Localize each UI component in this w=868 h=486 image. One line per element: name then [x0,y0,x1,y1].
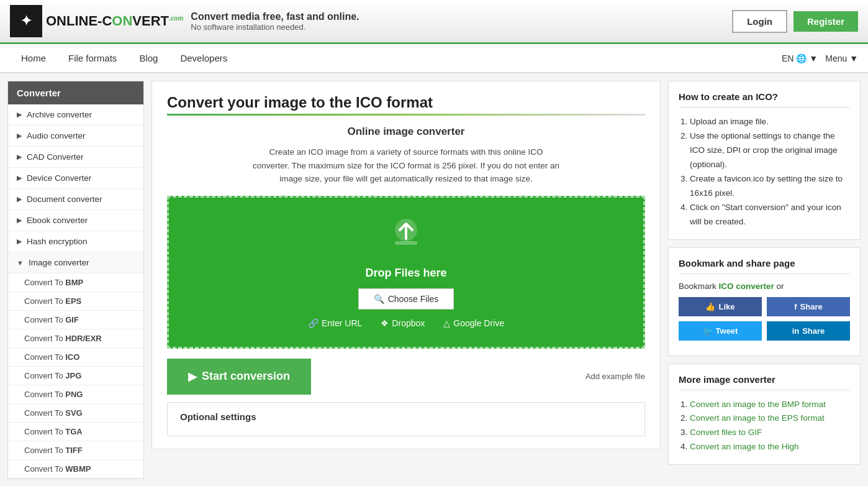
sidebar-subitem-svg[interactable]: Convert To SVG [8,404,143,423]
how-to-step: Create a favicon.ico by setting the size… [690,172,850,201]
drop-links: 🔗 Enter URL ❖ Dropbox △ Google Drive [181,318,631,328]
sidebar-item-document[interactable]: ▶ Document converter [8,189,143,210]
google-drive-icon: △ [443,318,450,328]
bookmark-text: Bookmark ICO converter or [679,282,850,291]
nav-developers[interactable]: Developers [169,44,238,72]
ico-converter-link[interactable]: ICO converter [719,282,774,291]
login-button[interactable]: Login [732,10,787,33]
bookmark-title: Bookmark and share page [679,258,850,274]
linkedin-icon: in [792,326,800,336]
start-row: ▶ Start conversion Add example file [167,359,645,395]
more-link-gif[interactable]: Convert files to GIF [690,428,762,437]
converter-subtitle: Online image converter [167,126,645,138]
dropbox-link[interactable]: ❖ Dropbox [381,318,425,328]
more-list-item: Convert an image to the EPS format [690,411,850,426]
page-title: Convert your image to the ICO format [167,94,645,111]
right-panel: How to create an ICO? Upload an image fi… [668,81,861,472]
how-to-step: Upload an image file. [690,115,850,129]
page-layout: Converter ▶ Archive converter ▶ Audio co… [0,73,868,486]
sidebar-subitem-ico[interactable]: Convert To ICO [8,348,143,367]
nav: Home File formats Blog Developers EN 🌐 ▼… [0,44,868,73]
more-list-item: Convert files to GIF [690,426,850,440]
drop-text: Drop Files here [181,267,631,280]
add-example-link[interactable]: Add example file [585,372,645,381]
nav-right: EN 🌐 ▼ Menu ▼ [782,53,858,63]
sidebar-subitem-tga[interactable]: Convert To TGA [8,423,143,441]
more-link-eps[interactable]: Convert an image to the EPS format [690,413,825,423]
sidebar-item-audio[interactable]: ▶ Audio converter [8,126,143,147]
converter-text: Create an ICO image from a variety of so… [251,145,561,186]
social-row-1: 👍 Like f Share [679,297,850,316]
sidebar-subitem-png[interactable]: Convert To PNG [8,385,143,404]
more-link-high[interactable]: Convert an image to the High [690,442,799,451]
how-to-title: How to create an ICO? [679,91,850,108]
facebook-icon: 👍 [705,302,715,311]
google-drive-link[interactable]: △ Google Drive [443,318,504,328]
title-divider [167,114,645,116]
menu-button[interactable]: Menu ▼ [825,53,858,63]
twitter-button[interactable]: 🐦 Tweet [679,321,762,341]
sidebar-subitem-wbmp[interactable]: Convert To WBMP [8,460,143,479]
drop-zone[interactable]: Drop Files here 🔍 Choose Files 🔗 Enter U… [167,196,645,349]
choose-files-button[interactable]: 🔍 Choose Files [358,288,454,309]
sidebar-subitem-tiff[interactable]: Convert To TIFF [8,441,143,460]
enter-url-link[interactable]: 🔗 Enter URL [308,318,362,328]
chevron-down-icon: ▼ [17,259,24,267]
sidebar-item-image[interactable]: ▼ Image converter [8,252,143,273]
facebook-like-button[interactable]: 👍 Like [679,297,762,316]
sidebar-label: Device Converter [27,173,91,183]
chevron-right-icon: ▶ [17,132,22,140]
logo-dot: .com [169,15,183,22]
sidebar-item-hash[interactable]: ▶ Hash encryption [8,231,143,252]
more-link-bmp[interactable]: Convert an image to the BMP format [690,400,826,409]
nav-blog[interactable]: Blog [128,44,169,72]
sidebar-label: Audio converter [27,131,86,140]
facebook-share-button[interactable]: f Share [767,297,850,316]
bookmark-box: Bookmark and share page Bookmark ICO con… [668,247,861,356]
header-right: Login Register [732,10,858,33]
sidebar-label: Ebook converter [27,216,88,225]
optional-settings-box: Optional settings [167,402,645,436]
logo[interactable]: ✦ ONLINE-CONVERT.com [10,5,183,37]
how-to-step: Click on "Start conversion" and your ico… [690,201,850,229]
sidebar-subitem-eps[interactable]: Convert To EPS [8,292,143,311]
register-button[interactable]: Register [793,11,858,32]
more-list-item: Convert an image to the High [690,440,850,454]
sidebar-subitem-jpg[interactable]: Convert To JPG [8,367,143,385]
sidebar-label: Archive converter [27,110,92,119]
sidebar-item-device[interactable]: ▶ Device Converter [8,168,143,189]
lang-chevron-icon: ▼ [809,53,818,63]
logo-icon: ✦ [10,5,42,37]
converter-description: Online image converter Create an ICO ima… [167,126,645,186]
sidebar-subitem-gif[interactable]: Convert To GIF [8,311,143,329]
optional-settings-title: Optional settings [180,411,632,422]
chevron-right-icon: ▶ [17,195,22,203]
sidebar-subitem-hdr[interactable]: Convert To HDR/EXR [8,329,143,348]
nav-left: Home File formats Blog Developers [10,44,238,72]
more-converter-title: More image converter [679,374,850,390]
how-to-steps: Upload an image file. Use the optional s… [679,115,850,229]
how-to-box: How to create an ICO? Upload an image fi… [668,81,861,240]
header: ✦ ONLINE-CONVERT.com Convert media free,… [0,0,868,44]
tagline-title: Convert media free, fast and online. [191,11,359,22]
chevron-right-icon: ▶ [17,153,22,161]
start-conversion-button[interactable]: ▶ Start conversion [167,359,311,395]
sidebar-label: Image converter [29,258,89,267]
language-selector[interactable]: EN 🌐 ▼ [782,53,818,63]
upload-icon [181,216,631,260]
nav-home[interactable]: Home [10,44,57,72]
linkedin-share-button[interactable]: in Share [767,321,850,341]
sidebar-title: Converter [8,81,143,104]
converter-box: Convert your image to the ICO format Onl… [151,81,661,449]
sidebar-item-ebook[interactable]: ▶ Ebook converter [8,210,143,231]
sidebar-item-archive[interactable]: ▶ Archive converter [8,104,143,126]
nav-file-formats[interactable]: File formats [57,44,128,72]
sidebar-item-cad[interactable]: ▶ CAD Converter [8,147,143,168]
logo-text: ONLINE-CONVERT.com [46,14,183,28]
search-icon: 🔍 [374,294,384,304]
twitter-icon: 🐦 [703,326,713,336]
sidebar-subitem-bmp[interactable]: Convert To BMP [8,273,143,292]
chevron-right-icon: ▶ [188,370,197,383]
more-list: Convert an image to the BMP format Conve… [679,398,850,455]
more-list-item: Convert an image to the BMP format [690,398,850,412]
